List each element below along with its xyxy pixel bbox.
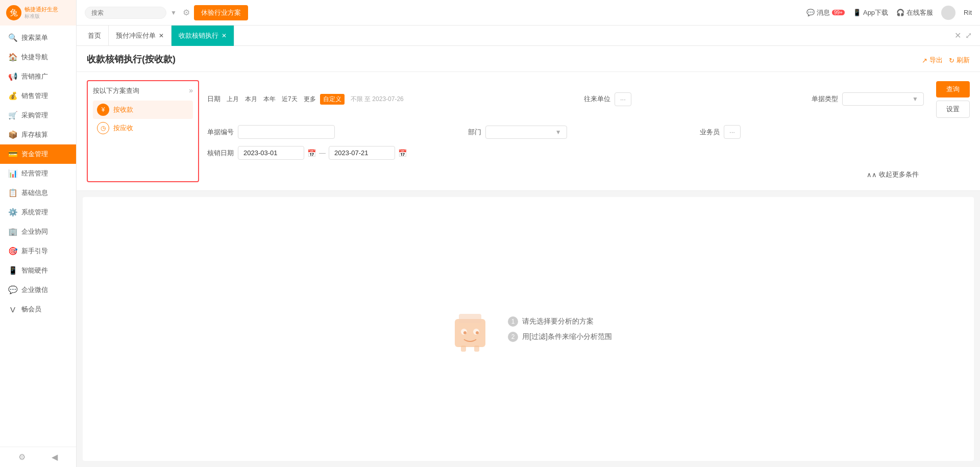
counterparty-field: 往来单位 ··· [584,92,631,106]
filter-options-panel: 按以下方案查询 » ¥ 按收款 ◷ 按应收 [87,80,199,182]
date-shortcut-this-year[interactable]: 本年 [261,94,278,105]
sidebar-item-icon-purchase: 🛒 [8,111,17,120]
topbar-chevron-icon[interactable]: ▼ [170,9,177,16]
logo-sub: 标准版 [24,13,58,20]
collapse-sidebar-icon[interactable]: ◀ [52,452,58,462]
svg-rect-0 [455,319,485,347]
date-label: 日期 [207,94,220,104]
sidebar-item-quick-nav[interactable]: 🏠快捷导航 [0,47,76,67]
sidebar-item-inventory[interactable]: 📦库存核算 [0,125,76,144]
verify-date-range: 📅 — 📅 [238,146,407,160]
filter-panel-title: 按以下方案查询 » [93,86,193,95]
sidebar-item-hardware[interactable]: 📱智能硬件 [0,261,76,280]
online-service-btn[interactable]: 🎧 在线客服 [896,8,933,17]
empty-tip-2: 2 用[过滤]条件来缩小分析范围 [508,332,612,342]
online-service-label: 在线客服 [906,8,933,17]
messages-btn[interactable]: 💬 消息 99+ [806,8,845,17]
verify-date-label: 核销日期 [207,149,234,158]
messages-badge: 99+ [832,10,845,15]
page-title: 收款核销执行(按收款) [87,53,176,65]
collapse-more-btn[interactable]: ∧∧ 收起更多条件 [867,167,919,182]
counterparty-label: 往来单位 [584,94,610,104]
counterparty-select-btn[interactable]: ··· [615,92,631,106]
messages-label: 消息 [817,8,830,17]
sidebar-item-label-business: 经营管理 [21,169,48,178]
svg-point-5 [476,331,479,334]
doc-type-select[interactable]: ▼ [842,92,924,106]
date-shortcut-7days[interactable]: 近7天 [280,94,300,105]
sidebar-item-guide[interactable]: 🎯新手引导 [0,241,76,261]
verify-date-start-input[interactable] [238,146,304,160]
topbar-gear-icon[interactable]: ⚙ [183,8,190,17]
sidebar-item-label-guide: 新手引导 [21,247,48,256]
svg-rect-7 [474,346,479,352]
filter-collapse-icon[interactable]: » [189,86,193,95]
filter-option-by-receivable[interactable]: ◷ 按应收 [93,119,193,137]
date-shortcut-this-month[interactable]: 本月 [243,94,259,105]
date-shortcuts: 上月 本月 本年 近7天 更多 自定义 [225,94,345,105]
doc-type-label: 单据类型 [812,94,838,104]
query-button[interactable]: 查询 [936,81,970,97]
verify-date-end-input[interactable] [329,146,395,160]
sidebar-item-icon-base-info: 📋 [8,188,17,198]
export-button[interactable]: ↗ 导出 [922,56,943,65]
topbar-right: 💬 消息 99+ 📱 App下载 🎧 在线客服 Rit [806,6,972,20]
sidebar-item-system[interactable]: ⚙️系统管理 [0,203,76,222]
salesperson-select-btn[interactable]: ··· [724,125,741,139]
refresh-button[interactable]: ↻ 刷新 [949,56,970,65]
tab-close-all-icon[interactable]: ✕ [954,31,961,40]
date-field: 日期 上月 本月 本年 近7天 更多 自定义 不限 至 2023-07-26 [207,94,404,105]
doc-number-input[interactable] [238,125,335,139]
tab-home[interactable]: 首页 [81,26,109,46]
solution-button[interactable]: 休验行业方案 [194,5,248,20]
filter-option-by-receipt[interactable]: ¥ 按收款 [93,101,193,119]
headset-icon: 🎧 [896,9,904,16]
date-shortcut-more[interactable]: 更多 [302,94,318,105]
sidebar-item-purchase[interactable]: 🛒采购管理 [0,106,76,125]
sidebar-item-label-search: 搜索菜单 [21,33,48,42]
app-download-label: App下载 [863,8,888,17]
topbar-search-input[interactable] [85,7,166,19]
user-avatar[interactable] [941,6,955,20]
doc-type-field: 单据类型 ▼ [812,92,924,106]
date-shortcut-custom[interactable]: 自定义 [320,94,345,105]
sidebar-item-finance[interactable]: 💳资金管理 [0,144,76,164]
logo-name: 畅捷通好生意 [24,6,58,13]
dept-select[interactable]: ▼ [485,126,567,139]
sidebar-item-member[interactable]: V畅会员 [0,300,76,319]
sidebar-item-business[interactable]: 📊经营管理 [0,164,76,183]
sidebar-item-label-base-info: 基础信息 [21,188,48,198]
salesperson-field: 业务员 ··· [700,125,741,139]
tab-prepayment-close-icon[interactable]: ✕ [159,32,164,39]
verify-date-start-calendar-icon[interactable]: 📅 [307,149,316,157]
tab-collection[interactable]: 收款核销执行 ✕ [172,26,234,46]
app-download-btn[interactable]: 📱 App下载 [853,8,888,17]
topbar: ▼ ⚙ 休验行业方案 💬 消息 99+ 📱 App下载 🎧 在线客服 Rit [77,0,980,26]
sidebar-item-search[interactable]: 🔍搜索菜单 [0,28,76,47]
dept-field: 部门 ▼ [468,126,567,139]
sidebar-menu: 🔍搜索菜单🏠快捷导航📢营销推广💰销售管理🛒采购管理📦库存核算💳资金管理📊经营管理… [0,26,76,447]
settings-bottom-icon[interactable]: ⚙ [18,452,26,462]
sidebar-item-enterprise[interactable]: 🏢企业协同 [0,222,76,241]
sidebar-item-base-info[interactable]: 📋基础信息 [0,183,76,203]
sidebar-item-marketing[interactable]: 📢营销推广 [0,67,76,86]
dept-chevron-icon: ▼ [555,129,561,136]
date-shortcut-last-month[interactable]: 上月 [225,94,241,105]
tab-collection-close-icon[interactable]: ✕ [222,32,227,39]
empty-tips: 1 请先选择要分析的方案 2 用[过滤]条件来缩小分析范围 [508,316,612,342]
tab-maximize-icon[interactable]: ⤢ [965,31,972,40]
filter-row-3: 核销日期 📅 — 📅 [207,146,970,160]
sidebar-item-label-enterprise: 企业协同 [21,227,48,236]
sidebar-item-icon-hardware: 📱 [8,266,17,275]
setting-button[interactable]: 设置 [936,101,970,118]
svg-rect-1 [459,314,481,323]
tab-prepayment[interactable]: 预付冲应付单 ✕ [109,26,172,46]
topbar-left: ▼ ⚙ 休验行业方案 [85,5,248,20]
sidebar-item-icon-finance: 💳 [8,150,17,159]
doc-number-label: 单据编号 [207,128,234,137]
sidebar-item-sales[interactable]: 💰销售管理 [0,86,76,106]
sidebar-item-wechat[interactable]: 💬企业微信 [0,280,76,300]
sidebar-logo: 兔 畅捷通好生意 标准版 [0,0,76,26]
sidebar-item-label-finance: 资金管理 [21,150,48,159]
verify-date-end-calendar-icon[interactable]: 📅 [398,149,407,157]
